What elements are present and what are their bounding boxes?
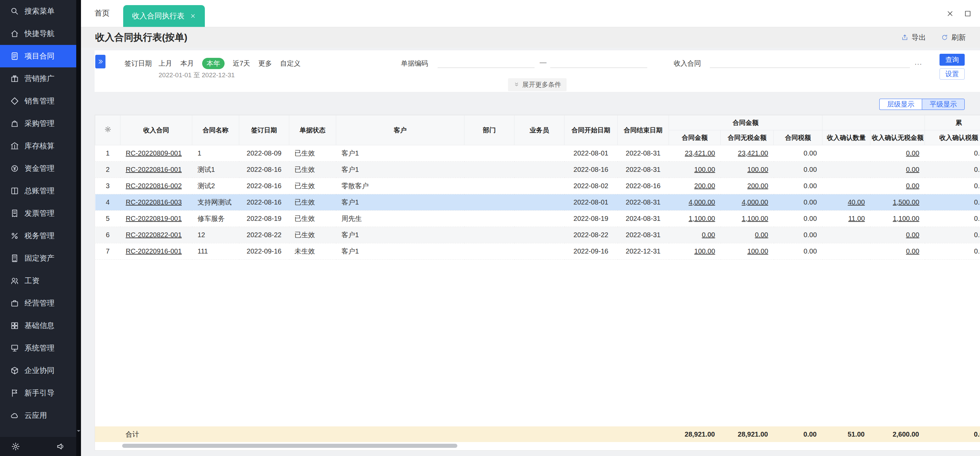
window-maximize-icon[interactable] — [964, 10, 972, 18]
amount-drill-link[interactable]: 200.00 — [747, 182, 768, 189]
view-toggle-row: 层级显示 平级显示 — [81, 92, 980, 115]
quick-date-option[interactable]: 上月 — [159, 59, 172, 68]
amount-drill-link[interactable]: 100.00 — [747, 166, 768, 173]
doc-code-input-to[interactable] — [550, 57, 647, 68]
amount-drill-link[interactable]: 100.00 — [694, 166, 715, 173]
contract-link[interactable]: RC-20220816-002 — [126, 182, 182, 189]
sidebar-item-13[interactable]: 工资 — [0, 270, 76, 292]
contract-link[interactable]: RC-20220819-001 — [126, 215, 182, 222]
contract-link[interactable]: RC-20220816-001 — [126, 166, 182, 173]
amount-drill-link[interactable]: 0.00 — [906, 248, 920, 255]
doc-code-input-from[interactable] — [438, 57, 535, 68]
amount-drill-link[interactable]: 0.00 — [906, 149, 920, 157]
tab-home[interactable]: 首页 — [81, 0, 123, 27]
collapse-filter-button[interactable] — [95, 55, 105, 68]
window-close-icon[interactable] — [946, 10, 954, 18]
tab-income-contract-report[interactable]: 收入合同执行表 — [123, 5, 205, 27]
sidebar-item-label: 营销推广 — [24, 73, 54, 84]
amount-drill-link[interactable]: 4,000.00 — [689, 199, 715, 206]
sidebar-item-15[interactable]: 基础信息 — [0, 315, 76, 337]
sidebar-item-3[interactable]: 项目合同 — [0, 45, 76, 67]
expand-more-conditions-button[interactable]: 展开更多条件 — [508, 78, 566, 91]
refresh-button[interactable]: 刷新 — [941, 33, 966, 42]
sidebar-menu: 搜索菜单快捷导航项目合同营销推广销售管理采购管理库存核算资金管理总账管理发票管理… — [0, 0, 76, 437]
cell-合同税额: 0.00 — [774, 211, 822, 227]
gift-icon — [10, 74, 19, 83]
scroll-down-arrow-icon[interactable] — [77, 430, 80, 434]
sidebar-item-8[interactable]: 资金管理 — [0, 157, 76, 180]
quick-date-option[interactable]: 更多 — [258, 59, 272, 68]
amount-drill-link[interactable]: 0.00 — [906, 166, 920, 173]
cell-合同金额: 1,100.00 — [669, 211, 721, 227]
contract-link[interactable]: RC-20220809-001 — [126, 149, 182, 157]
table-row[interactable]: 4RC-20220816-003支持网测试2022-08-16已生效客户1202… — [95, 194, 980, 211]
amount-drill-link[interactable]: 40.00 — [848, 199, 865, 206]
amount-drill-link[interactable]: 23,421.00 — [685, 149, 715, 157]
sidebar-scrollbar[interactable] — [76, 0, 81, 456]
sidebar-item-7[interactable]: 库存核算 — [0, 135, 76, 157]
amount-drill-link[interactable]: 100.00 — [747, 248, 768, 255]
amount-drill-link[interactable]: 23,421.00 — [738, 149, 768, 157]
income-contract-input[interactable] — [710, 57, 910, 68]
sidebar-item-16[interactable]: 系统管理 — [0, 337, 76, 359]
sidebar-item-11[interactable]: 税务管理 — [0, 225, 76, 247]
contract-link[interactable]: RC-20220916-001 — [126, 248, 182, 255]
settings-button[interactable]: 设置 — [940, 68, 965, 79]
cell-合同开始日期: 2022-08-01 — [565, 194, 617, 211]
gear-icon[interactable] — [11, 442, 20, 451]
table-row[interactable]: 6RC-20220822-001122022-08-22已生效客户12022-0… — [95, 227, 980, 243]
amount-drill-link[interactable]: 200.00 — [694, 182, 715, 189]
total-value: 28,921.00 — [669, 426, 721, 442]
sidebar-item-5[interactable]: 销售管理 — [0, 90, 76, 112]
quick-date-option[interactable]: 近7天 — [233, 59, 250, 68]
amount-drill-link[interactable]: 4,000.00 — [742, 199, 768, 206]
sidebar-item-19[interactable]: 云应用 — [0, 404, 76, 427]
amount-drill-link[interactable]: 0.00 — [906, 182, 920, 189]
sidebar-item-4[interactable]: 营销推广 — [0, 67, 76, 90]
sidebar-item-2[interactable]: 快捷导航 — [0, 22, 76, 45]
cell-合同名称: 12 — [192, 227, 239, 243]
table-row[interactable]: 7RC-20220916-0011112022-09-16未生效客户12022-… — [95, 243, 980, 260]
amount-drill-link[interactable]: 1,500.00 — [893, 199, 920, 206]
sidebar-item-14[interactable]: 经营管理 — [0, 292, 76, 315]
quick-date-option[interactable]: 本月 — [180, 59, 194, 68]
title-bar: 收入合同执行表(按单) 导出 刷新 — [81, 27, 980, 48]
amount-drill-link[interactable]: 0.00 — [702, 231, 715, 238]
quick-date-option[interactable]: 本年 — [202, 58, 224, 69]
sidebar-item-17[interactable]: 企业协同 — [0, 359, 76, 382]
query-button[interactable]: 查询 — [940, 54, 965, 66]
amount-drill-link[interactable]: 11.00 — [848, 215, 865, 222]
table-row[interactable]: 3RC-20220816-002测试22022-08-16已生效零散客户2022… — [95, 178, 980, 194]
scrollbar-thumb[interactable] — [122, 444, 457, 448]
column-settings-icon[interactable] — [105, 126, 111, 133]
sidebar-item-10[interactable]: 发票管理 — [0, 202, 76, 225]
export-button[interactable]: 导出 — [901, 33, 926, 42]
table-row[interactable]: 5RC-20220819-001修车服务2022-08-19已生效周先生2022… — [95, 211, 980, 227]
horizontal-scrollbar[interactable] — [95, 443, 980, 448]
flat-view-button[interactable]: 平级显示 — [922, 99, 965, 110]
contract-link[interactable]: RC-20220822-001 — [126, 231, 182, 238]
cell-签订日期: 2022-08-09 — [239, 145, 289, 162]
table-row[interactable]: 2RC-20220816-001测试12022-08-16已生效客户12022-… — [95, 162, 980, 178]
sidebar-item-12[interactable]: 固定资产 — [0, 247, 76, 270]
amount-drill-link[interactable]: 1,100.00 — [689, 215, 715, 222]
amount-drill-link[interactable]: 100.00 — [694, 248, 715, 255]
amount-drill-link[interactable]: 1,100.00 — [893, 215, 920, 222]
sidebar-item-9[interactable]: 总账管理 — [0, 180, 76, 202]
cell-单据状态: 已生效 — [289, 211, 336, 227]
amount-drill-link[interactable]: 1,100.00 — [742, 215, 768, 222]
amount-drill-link[interactable]: 0.00 — [906, 231, 920, 238]
sidebar-item-1[interactable]: 搜索菜单 — [0, 0, 76, 22]
hierarchy-view-button[interactable]: 层级显示 — [879, 99, 922, 110]
contract-link[interactable]: RC-20220816-003 — [126, 199, 182, 206]
speaker-icon[interactable] — [56, 442, 65, 451]
sidebar-item-6[interactable]: 采购管理 — [0, 112, 76, 135]
tab-close-icon[interactable] — [190, 13, 196, 19]
quick-date-option[interactable]: 自定义 — [280, 59, 301, 68]
amount-drill-link[interactable]: 0.00 — [755, 231, 768, 238]
cell-收入确认无税金额: 0.00 — [870, 145, 925, 162]
sidebar-item-18[interactable]: 新手引导 — [0, 382, 76, 404]
table-row[interactable]: 1RC-20220809-00112022-08-09已生效客户12022-08… — [95, 145, 980, 162]
cell-合同无税金额: 23,421.00 — [721, 145, 774, 162]
more-options-ellipsis[interactable]: ... — [915, 59, 923, 66]
